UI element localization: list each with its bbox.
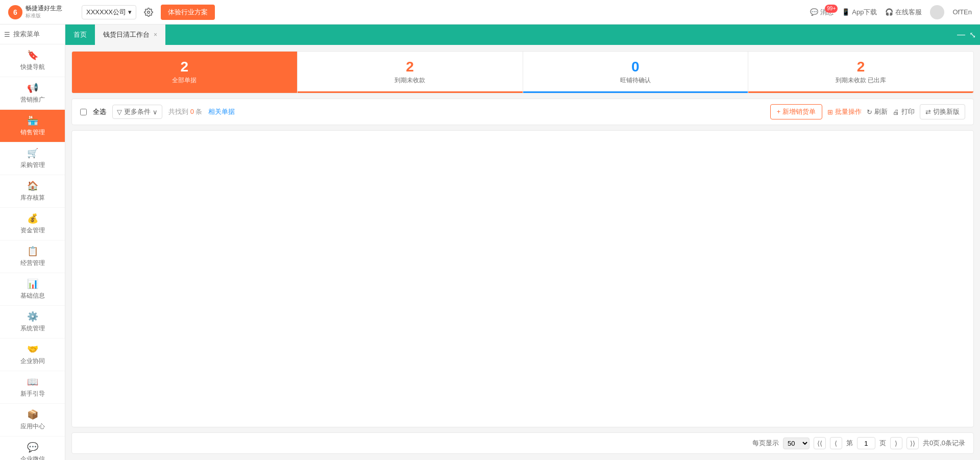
tab-home[interactable]: 首页 bbox=[65, 25, 95, 45]
sidebar-item-sales[interactable]: 🏪 销售管理 bbox=[0, 110, 65, 142]
company-selector[interactable]: XXXXXX公司 ▾ bbox=[82, 5, 136, 19]
found-prefix: 共找到 0 条 bbox=[168, 107, 202, 116]
sidebar-item-operations[interactable]: 📋 经营管理 bbox=[0, 240, 65, 273]
stat-label-all: 全部单据 bbox=[82, 76, 287, 85]
headset-icon: 🎧 bbox=[885, 8, 893, 16]
print-button[interactable]: 🖨 打印 bbox=[893, 107, 915, 116]
stat-num-overdue-shipped: 2 bbox=[758, 60, 963, 74]
logo-edition: 标准版 bbox=[26, 12, 62, 19]
stat-num-overdue: 2 bbox=[308, 60, 512, 74]
trial-button[interactable]: 体验行业方案 bbox=[161, 5, 215, 20]
stat-card-overdue-shipped[interactable]: 2 到期未收款 已出库 bbox=[748, 52, 973, 93]
switch-version-button[interactable]: ⇄ 切换新版 bbox=[920, 104, 965, 119]
main-layout: ☰ 搜索菜单 🔖 快捷导航 📢 营销推广 🏪 销售管理 🛒 采购管理 🏠 库存核… bbox=[0, 25, 980, 460]
related-orders-link[interactable]: 相关单据 bbox=[208, 107, 235, 116]
sidebar-label-wechat: 企业微信 bbox=[20, 455, 45, 460]
print-icon: 🖨 bbox=[893, 108, 899, 116]
sidebar-item-quick-nav[interactable]: 🔖 快捷导航 bbox=[0, 44, 65, 77]
marketing-icon: 📢 bbox=[27, 82, 38, 93]
phone-icon: 📱 bbox=[842, 8, 850, 16]
sidebar-label-purchase: 采购管理 bbox=[20, 161, 45, 170]
underline-all bbox=[72, 91, 297, 93]
sidebar-item-app-center[interactable]: 📦 应用中心 bbox=[0, 404, 65, 437]
app-center-icon: 📦 bbox=[27, 409, 38, 420]
sidebar-item-inventory[interactable]: 🏠 库存核算 bbox=[0, 175, 65, 208]
sidebar-item-guide[interactable]: 📖 新手引导 bbox=[0, 371, 65, 404]
header-right: 💬 消息 99+ 📱 App下载 🎧 在线客服 OfTEn bbox=[810, 5, 972, 19]
settings-button[interactable] bbox=[140, 4, 157, 20]
logo-name: 畅捷通好生意 bbox=[26, 5, 62, 13]
sales-icon: 🏪 bbox=[27, 115, 38, 126]
tab-workbench[interactable]: 钱货日清工作台 × bbox=[95, 25, 165, 45]
sidebar-label-app-center: 应用中心 bbox=[20, 422, 45, 431]
logo-icon: 6 bbox=[8, 5, 22, 19]
sidebar-item-purchase[interactable]: 🛒 采购管理 bbox=[0, 142, 65, 175]
last-page-button[interactable]: ⟩⟩ bbox=[906, 437, 919, 449]
sidebar-label-operations: 经营管理 bbox=[20, 259, 45, 268]
next-page-button[interactable]: ⟩ bbox=[890, 437, 902, 449]
sidebar-search[interactable]: ☰ 搜索菜单 bbox=[0, 25, 65, 44]
company-dropdown-icon: ▾ bbox=[128, 8, 132, 16]
found-count: 0 bbox=[190, 108, 194, 115]
add-sales-order-button[interactable]: + 新增销货单 bbox=[770, 104, 822, 119]
prev-page-button[interactable]: ⟨ bbox=[830, 437, 842, 449]
sidebar-item-marketing[interactable]: 📢 营销推广 bbox=[0, 77, 65, 110]
operations-icon: 📋 bbox=[27, 246, 38, 257]
app-download-label: App下载 bbox=[852, 8, 877, 17]
online-service-button[interactable]: 🎧 在线客服 bbox=[885, 8, 922, 17]
page-label: 第 bbox=[846, 439, 853, 448]
page-input[interactable] bbox=[857, 437, 875, 449]
stat-num-pending: 0 bbox=[533, 60, 738, 74]
stat-card-pending[interactable]: 0 旺铺待确认 bbox=[523, 52, 749, 93]
underline-overdue-shipped bbox=[748, 91, 973, 93]
select-all-checkbox[interactable] bbox=[80, 109, 87, 115]
tab-maximize-button[interactable]: ⤡ bbox=[969, 30, 976, 40]
switch-icon: ⇄ bbox=[925, 108, 931, 116]
enterprise-icon: 🤝 bbox=[27, 344, 38, 355]
company-name: XXXXXX公司 bbox=[86, 8, 126, 17]
svg-point-0 bbox=[148, 11, 150, 13]
per-page-select[interactable]: 50 100 200 bbox=[783, 438, 810, 449]
sidebar-item-basic-info[interactable]: 📊 基础信息 bbox=[0, 273, 65, 306]
sidebar-item-enterprise[interactable]: 🤝 企业协同 bbox=[0, 338, 65, 371]
select-all-label: 全选 bbox=[93, 107, 106, 116]
dropdown-icon: ∨ bbox=[153, 108, 158, 116]
inventory-icon: 🏠 bbox=[27, 180, 38, 191]
toolbar-left: 全选 ▽ 更多条件 ∨ 共找到 0 条 相关单据 bbox=[80, 105, 764, 119]
table-area bbox=[71, 130, 974, 427]
purchase-icon: 🛒 bbox=[27, 148, 38, 159]
tab-workbench-label: 钱货日清工作台 bbox=[103, 30, 150, 39]
message-badge: 99+ bbox=[825, 5, 838, 13]
search-menu-icon: ☰ bbox=[4, 31, 10, 38]
sidebar-label-enterprise: 企业协同 bbox=[20, 357, 45, 366]
sidebar-label-basic-info: 基础信息 bbox=[20, 292, 45, 300]
stat-card-overdue[interactable]: 2 到期未收款 bbox=[298, 52, 523, 93]
sidebar-label-guide: 新手引导 bbox=[20, 390, 45, 398]
message-button[interactable]: 💬 消息 99+ bbox=[810, 8, 834, 17]
user-name-button[interactable]: OfTEn bbox=[952, 8, 972, 16]
app-download-button[interactable]: 📱 App下载 bbox=[842, 8, 877, 17]
page-content: 2 全部单据 2 到期未收款 0 旺铺待确认 2 到期未收款 已出库 bbox=[65, 45, 980, 460]
more-filters-button[interactable]: ▽ 更多条件 ∨ bbox=[112, 105, 162, 119]
user-avatar[interactable] bbox=[930, 5, 944, 19]
sidebar-item-wechat[interactable]: 💬 企业微信 bbox=[0, 437, 65, 460]
sidebar-item-system[interactable]: ⚙️ 系统管理 bbox=[0, 306, 65, 338]
sidebar-label-quick-nav: 快捷导航 bbox=[20, 63, 45, 71]
system-icon: ⚙️ bbox=[27, 311, 38, 322]
tab-close-button[interactable]: × bbox=[154, 31, 157, 38]
batch-operation-button[interactable]: ⊞ 批量操作 bbox=[827, 107, 862, 116]
sidebar-label-sales: 销售管理 bbox=[20, 128, 45, 137]
more-filters-label: 更多条件 bbox=[124, 107, 151, 116]
first-page-button[interactable]: ⟨⟨ bbox=[814, 437, 826, 449]
sidebar-label-inventory: 库存核算 bbox=[20, 193, 45, 202]
refresh-button[interactable]: ↻ 刷新 bbox=[867, 107, 888, 116]
wechat-icon: 💬 bbox=[27, 442, 38, 453]
filter-icon: ▽ bbox=[117, 108, 122, 116]
tab-minimize-button[interactable]: — bbox=[957, 30, 965, 39]
pagination-bar: 每页显示 50 100 200 ⟨⟨ ⟨ 第 页 ⟩ ⟩⟩ 共0页,0条记录 bbox=[71, 432, 974, 454]
sidebar-label-finance: 资金管理 bbox=[20, 226, 45, 235]
refresh-icon: ↻ bbox=[867, 108, 872, 116]
sidebar-label-marketing: 营销推广 bbox=[20, 95, 45, 104]
sidebar-item-finance[interactable]: 💰 资金管理 bbox=[0, 208, 65, 240]
stat-card-all[interactable]: 2 全部单据 bbox=[72, 52, 298, 93]
